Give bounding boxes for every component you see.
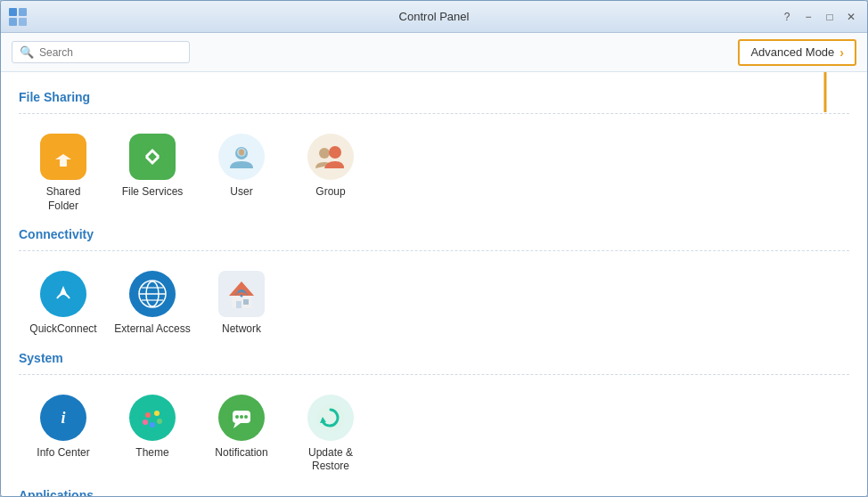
svg-rect-0 — [9, 8, 17, 16]
theme-icon — [129, 395, 176, 441]
svg-point-12 — [239, 150, 244, 156]
svg-point-40 — [244, 415, 248, 419]
title-bar-controls: ? − □ ✕ — [778, 8, 860, 26]
section-title-connectivity: Connectivity — [19, 227, 849, 241]
sidebar-item-shared-folder[interactable]: SharedFolder — [19, 126, 108, 220]
network-icon — [218, 271, 265, 317]
theme-label: Theme — [135, 446, 168, 460]
sidebar-item-quickconnect[interactable]: QuickConnect — [19, 264, 108, 344]
group-icon — [307, 134, 354, 180]
quickconnect-icon — [40, 271, 86, 317]
search-input[interactable] — [39, 46, 182, 59]
divider-connectivity — [19, 250, 849, 251]
quickconnect-label: QuickConnect — [29, 322, 96, 337]
advanced-mode-button[interactable]: Advanced Mode › — [738, 39, 856, 66]
svg-point-39 — [240, 415, 243, 419]
notification-icon — [218, 395, 265, 441]
file-services-icon — [129, 134, 176, 180]
help-button[interactable]: ? — [778, 8, 796, 26]
window-title: Control Panel — [399, 10, 470, 23]
user-icon — [218, 134, 265, 180]
sidebar-item-network[interactable]: Network — [197, 264, 286, 344]
svg-point-14 — [329, 146, 341, 159]
svg-rect-1 — [19, 8, 27, 16]
update-restore-label: Update & Restore — [290, 446, 372, 474]
svg-point-34 — [143, 420, 148, 425]
external-access-label: External Access — [114, 322, 190, 337]
shared-folder-label: SharedFolder — [46, 185, 81, 213]
title-bar-left — [8, 7, 28, 27]
svg-rect-7 — [50, 149, 62, 153]
sidebar-item-theme[interactable]: Theme — [108, 387, 197, 481]
content-area: File Sharing SharedFolder — [1, 72, 867, 496]
update-restore-icon — [307, 395, 354, 441]
sidebar-item-user[interactable]: User — [197, 126, 286, 220]
svg-rect-2 — [9, 18, 17, 26]
sidebar-item-update-restore[interactable]: Update & Restore — [286, 387, 375, 481]
shared-folder-icon — [40, 134, 86, 180]
svg-rect-8 — [60, 159, 67, 167]
svg-rect-25 — [243, 299, 249, 305]
notification-label: Notification — [215, 446, 267, 460]
app-icon — [8, 7, 28, 27]
info-center-label: Info Center — [37, 446, 89, 460]
network-label: Network — [222, 322, 261, 337]
group-label: Group — [315, 185, 345, 200]
search-box[interactable]: 🔍 — [12, 41, 190, 63]
user-label: User — [230, 185, 252, 200]
advanced-mode-label: Advanced Mode — [750, 45, 834, 59]
external-access-icon — [129, 271, 176, 317]
system-grid: i Info Center Them — [19, 387, 849, 481]
divider-file-sharing — [19, 113, 849, 114]
svg-point-13 — [319, 148, 330, 159]
svg-point-32 — [157, 419, 162, 424]
connectivity-grid: QuickConnect External Access — [19, 264, 849, 344]
maximize-button[interactable]: □ — [821, 8, 839, 26]
info-center-icon: i — [40, 395, 86, 441]
svg-text:i: i — [61, 409, 65, 427]
sidebar-item-notification[interactable]: Notification — [197, 387, 286, 481]
advanced-mode-arrow-icon: › — [839, 45, 844, 60]
toolbar: 🔍 Advanced Mode › — [1, 33, 867, 72]
control-panel-window: Control Panel ? − □ ✕ 🔍 Advanced Mode › — [0, 0, 868, 497]
close-button[interactable]: ✕ — [842, 8, 860, 26]
svg-point-33 — [150, 422, 155, 428]
minimize-button[interactable]: − — [799, 8, 817, 26]
search-icon: 🔍 — [20, 45, 34, 59]
sidebar-item-info-center[interactable]: i Info Center — [19, 387, 108, 481]
svg-point-41 — [317, 404, 344, 431]
sidebar-item-file-services[interactable]: File Services — [108, 126, 197, 220]
sidebar-item-external-access[interactable]: External Access — [108, 264, 197, 344]
section-title-applications: Applications — [19, 488, 849, 496]
sidebar-item-group[interactable]: Group — [286, 126, 375, 220]
svg-point-30 — [145, 412, 151, 418]
title-bar: Control Panel ? − □ ✕ — [1, 1, 867, 33]
file-sharing-grid: SharedFolder File Services — [19, 126, 849, 220]
svg-marker-22 — [229, 281, 254, 296]
svg-rect-3 — [19, 18, 27, 26]
svg-point-31 — [154, 411, 160, 416]
svg-rect-24 — [236, 301, 242, 308]
file-services-label: File Services — [122, 185, 184, 200]
section-title-file-sharing: File Sharing — [19, 90, 849, 104]
svg-rect-9 — [140, 144, 165, 169]
section-title-system: System — [19, 351, 849, 365]
svg-point-26 — [241, 295, 243, 297]
divider-system — [19, 374, 849, 375]
svg-point-38 — [235, 415, 239, 419]
